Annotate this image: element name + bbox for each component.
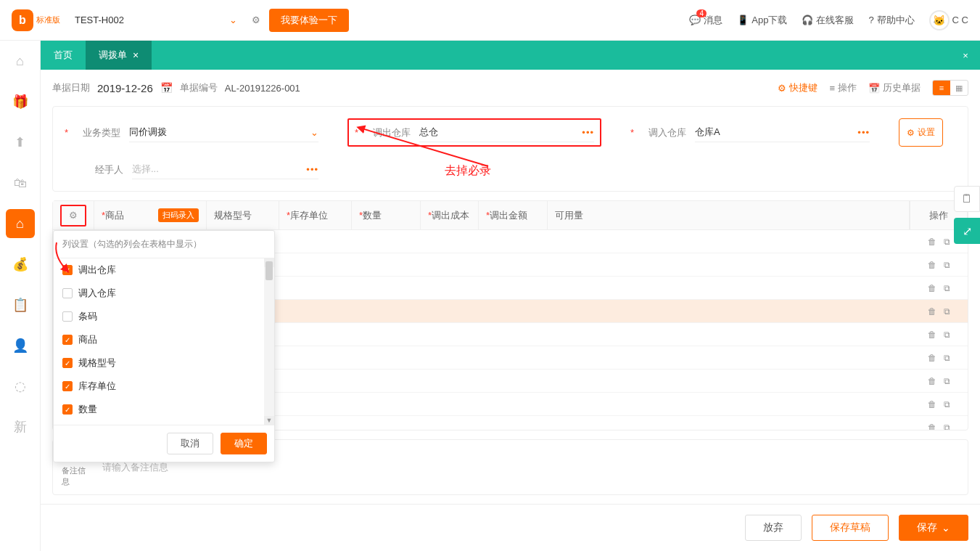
copy-icon[interactable]: ⧉ <box>944 260 950 270</box>
copy-icon[interactable]: ⧉ <box>944 399 950 409</box>
table: ⚙ *商品扫码录入 规格型号 *库存单位 *数量 *调出成本 *调出金额 可用量… <box>52 200 968 430</box>
checkbox[interactable]: ✓ <box>62 404 73 415</box>
app-download-button[interactable]: 📱 App下载 <box>737 14 787 27</box>
copy-icon[interactable]: ⧉ <box>944 237 950 247</box>
required-marker: * <box>65 127 68 138</box>
sidebar-user-icon[interactable]: 👤 <box>6 331 35 360</box>
document-date[interactable]: 2019-12-26 <box>97 82 153 94</box>
settings-button[interactable]: ⚙ 设置 <box>899 118 943 147</box>
remark-input[interactable]: 请输入备注信息 <box>102 461 959 474</box>
sidebar-gift-icon[interactable]: 🎁 <box>6 87 35 116</box>
column-settings-item[interactable]: ✓数量 <box>54 398 274 421</box>
gear-icon: ⚙ <box>907 128 915 138</box>
scroll-down-icon[interactable]: ▼ <box>264 416 274 425</box>
online-service-button[interactable]: 🎧 在线客服 <box>802 14 854 27</box>
document-form-card: * 业务类型 同价调拨 ⌄ * 调出仓库 总仓 <box>52 106 968 192</box>
topbar: b 标准版 TEST-H002 ⌄ ⚙ 我要体验一下 💬 消息 4 📱 App下… <box>0 0 980 41</box>
delete-icon[interactable]: 🗑 <box>928 376 936 386</box>
cancel-button[interactable]: 取消 <box>167 433 213 454</box>
copy-icon[interactable]: ⧉ <box>944 306 950 317</box>
chevron-down-icon: ⌄ <box>942 522 950 534</box>
column-settings-popover: 列设置（勾选的列会在表格中显示） ✓调出仓库调入仓库条码✓商品✓规格型号✓库存单… <box>53 230 275 462</box>
scan-input-badge[interactable]: 扫码录入 <box>158 208 199 222</box>
sidebar-import-icon[interactable]: ⬆ <box>6 128 35 157</box>
more-icon[interactable]: ••• <box>857 127 870 138</box>
out-warehouse-select[interactable]: 总仓 ••• <box>419 123 594 142</box>
sidebar-clipboard-icon[interactable]: 📋 <box>6 290 35 319</box>
document-header: 单据日期 2019-12-26 📅 单据编号 AL-20191226-001 ⚙… <box>41 70 980 106</box>
cta-button[interactable]: 我要体验一下 <box>269 9 349 32</box>
shortcut-link[interactable]: ⚙快捷键 <box>778 81 818 94</box>
delete-icon[interactable]: 🗑 <box>928 423 936 430</box>
delete-icon[interactable]: 🗑 <box>928 260 936 270</box>
delete-icon[interactable]: 🗑 <box>928 306 936 317</box>
copy-icon[interactable]: ⧉ <box>944 423 950 430</box>
handler-select[interactable]: 选择... ••• <box>132 160 318 179</box>
column-settings-item[interactable]: 单位2 <box>54 421 274 425</box>
org-selector[interactable]: TEST-H002 ⌄ <box>69 12 243 28</box>
sidebar-home-icon[interactable]: ⌂ <box>6 46 35 75</box>
delete-icon[interactable]: 🗑 <box>928 399 936 409</box>
delete-icon[interactable]: 🗑 <box>928 330 936 340</box>
discard-button[interactable]: 放弃 <box>745 515 802 541</box>
confirm-button[interactable]: 确定 <box>221 433 267 454</box>
checkbox[interactable]: ✓ <box>62 335 73 345</box>
help-center-button[interactable]: ? 帮助中心 <box>868 14 914 27</box>
rail-expand-icon[interactable]: ⤢ <box>954 218 980 244</box>
out-warehouse-field-highlighted: * 调出仓库 总仓 ••• <box>347 118 601 147</box>
checkbox[interactable] <box>62 288 73 298</box>
copy-icon[interactable]: ⧉ <box>944 376 950 386</box>
tab-transfer-order[interactable]: 调拨单 × <box>86 41 152 70</box>
sidebar-warehouse-icon[interactable]: ⌂ <box>6 209 35 238</box>
save-button[interactable]: 保存 ⌄ <box>899 515 968 541</box>
operate-link[interactable]: ≡操作 <box>829 81 857 94</box>
more-icon[interactable]: ••• <box>582 127 594 138</box>
checkbox[interactable]: ✓ <box>62 381 73 391</box>
footer-actions: 放弃 保存草稿 保存 ⌄ <box>41 504 980 551</box>
view-grid-icon[interactable]: ▦ <box>950 81 968 95</box>
tab-home[interactable]: 首页 <box>41 41 86 70</box>
headset-icon: 🎧 <box>802 15 813 25</box>
checkbox[interactable] <box>62 311 73 322</box>
document-number: AL-20191226-001 <box>225 83 300 94</box>
popover-title: 列设置（勾选的列会在表格中显示） <box>54 231 274 258</box>
column-settings-item[interactable]: ✓规格型号 <box>54 351 274 375</box>
view-toggle: ≡ ▦ <box>932 80 968 96</box>
checkbox[interactable]: ✓ <box>62 265 73 275</box>
column-settings-button[interactable]: ⚙ <box>60 205 86 226</box>
column-settings-item[interactable]: 条码 <box>54 305 274 328</box>
delete-icon[interactable]: 🗑 <box>928 353 936 363</box>
delete-icon[interactable]: 🗑 <box>928 283 936 293</box>
calendar-icon[interactable]: 📅 <box>160 82 173 94</box>
delete-icon[interactable]: 🗑 <box>928 237 936 247</box>
sidebar-new-icon[interactable]: 新 <box>6 412 35 441</box>
history-link[interactable]: 📅历史单据 <box>868 81 921 94</box>
gear-icon[interactable]: ⚙ <box>252 15 260 25</box>
org-name: TEST-H002 <box>75 15 124 25</box>
column-settings-item[interactable]: ✓商品 <box>54 328 274 351</box>
scrollbar-track[interactable]: ▲ ▼ <box>264 258 274 425</box>
messages-button[interactable]: 💬 消息 4 <box>689 14 722 27</box>
chevron-down-icon: ⌄ <box>310 127 318 138</box>
right-rail: 🗒 ⤢ <box>954 186 980 244</box>
biz-type-select[interactable]: 同价调拨 ⌄ <box>129 123 318 142</box>
column-settings-item[interactable]: ✓库存单位 <box>54 375 274 398</box>
more-icon[interactable]: ••• <box>306 164 318 175</box>
scrollbar-thumb[interactable] <box>265 261 273 280</box>
save-draft-button[interactable]: 保存草稿 <box>812 515 889 541</box>
checkbox[interactable]: ✓ <box>62 358 73 368</box>
close-all-tabs[interactable]: × <box>951 41 980 70</box>
view-list-icon[interactable]: ≡ <box>933 81 950 95</box>
close-icon[interactable]: × <box>133 49 139 61</box>
column-settings-item[interactable]: ✓调出仓库 <box>54 258 274 282</box>
user-menu[interactable]: 🐱 C C <box>929 10 968 30</box>
in-warehouse-select[interactable]: 仓库A ••• <box>695 123 870 142</box>
copy-icon[interactable]: ⧉ <box>944 330 950 340</box>
column-settings-item[interactable]: 调入仓库 <box>54 282 274 305</box>
rail-note-icon[interactable]: 🗒 <box>954 186 980 212</box>
copy-icon[interactable]: ⧉ <box>944 283 950 293</box>
sidebar-loading-icon[interactable]: ◌ <box>6 372 35 401</box>
sidebar-bag-icon[interactable]: 🛍 <box>6 168 35 197</box>
copy-icon[interactable]: ⧉ <box>944 353 950 363</box>
sidebar-money-icon[interactable]: 💰 <box>6 250 35 279</box>
